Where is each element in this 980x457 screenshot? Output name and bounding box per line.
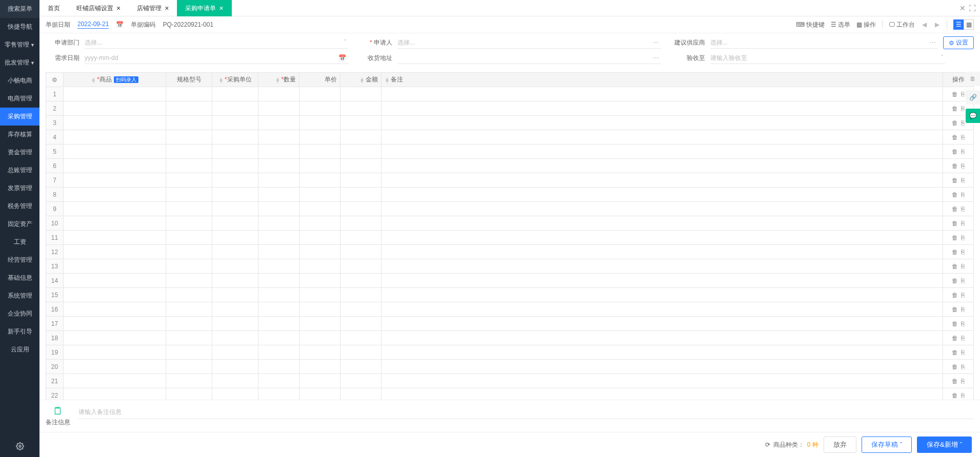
- table-row[interactable]: 3🗑⎘: [46, 116, 974, 130]
- select-button[interactable]: ☰选单: [831, 20, 850, 29]
- sidebar-item-2[interactable]: 零售管理▼: [0, 36, 39, 54]
- sidebar-settings[interactable]: [0, 437, 39, 457]
- workbench-button[interactable]: 🖵工作台: [889, 20, 915, 29]
- sidebar-item-13[interactable]: 工资: [0, 233, 39, 251]
- copy-icon[interactable]: ⎘: [961, 177, 965, 184]
- sidebar-item-12[interactable]: 固定资产: [0, 215, 39, 233]
- delete-icon[interactable]: 🗑: [952, 378, 958, 385]
- copy-icon[interactable]: ⎘: [961, 134, 965, 141]
- sidebar-item-18[interactable]: 新手引导: [0, 323, 39, 341]
- table-row[interactable]: 9🗑⎘: [46, 202, 974, 216]
- table-row[interactable]: 11🗑⎘: [46, 231, 974, 245]
- next-arrow[interactable]: ▶: [934, 21, 941, 28]
- table-row[interactable]: 13🗑⎘: [46, 259, 974, 274]
- close-icon[interactable]: ×: [219, 0, 223, 16]
- scan-tag[interactable]: 扫码录入: [114, 76, 138, 83]
- copy-icon[interactable]: ⎘: [961, 234, 965, 241]
- tab-1[interactable]: 旺铺店铺设置×: [68, 0, 129, 16]
- table-row[interactable]: 15🗑⎘: [46, 288, 974, 302]
- table-row[interactable]: 12🗑⎘: [46, 245, 974, 259]
- table-row[interactable]: 22🗑⎘: [46, 388, 974, 400]
- close-icon[interactable]: ×: [116, 0, 121, 16]
- sidebar-item-14[interactable]: 经营管理: [0, 251, 39, 269]
- amount-header[interactable]: ▲▼金额: [341, 73, 382, 87]
- view-card-button[interactable]: ▦: [964, 19, 974, 30]
- more-icon[interactable]: ⋯: [928, 39, 938, 46]
- qty-header[interactable]: ▲▼*数量: [258, 73, 299, 87]
- view-list-button[interactable]: ☰: [953, 19, 964, 30]
- expand-icon[interactable]: ⛶: [969, 4, 976, 12]
- delete-icon[interactable]: 🗑: [952, 248, 958, 256]
- action-button[interactable]: ▦操作: [856, 20, 876, 29]
- copy-icon[interactable]: ⎘: [961, 277, 965, 284]
- chevron-down-icon[interactable]: ˇ: [342, 39, 348, 46]
- copy-icon[interactable]: ⎘: [961, 191, 965, 198]
- demand-date-input[interactable]: [85, 54, 336, 61]
- copy-icon[interactable]: ⎘: [961, 119, 965, 127]
- settings-button[interactable]: ⚙设置: [943, 36, 974, 49]
- table-row[interactable]: 4🗑⎘: [46, 130, 974, 144]
- table-row[interactable]: 16🗑⎘: [46, 302, 974, 317]
- more-icon[interactable]: ⋯: [651, 39, 661, 46]
- more-icon[interactable]: ⋯: [651, 54, 661, 61]
- copy-icon[interactable]: ⎘: [961, 392, 965, 399]
- delete-icon[interactable]: 🗑: [952, 191, 958, 198]
- save-new-button[interactable]: 保存&新增 ˆ: [917, 437, 972, 453]
- copy-icon[interactable]: ⎘: [961, 263, 965, 270]
- table-row[interactable]: 14🗑⎘: [46, 274, 974, 288]
- delete-icon[interactable]: 🗑: [952, 148, 958, 155]
- delete-icon[interactable]: 🗑: [952, 349, 958, 356]
- sidebar-item-10[interactable]: 发票管理: [0, 179, 39, 197]
- abandon-button[interactable]: 放弃: [824, 437, 856, 453]
- sidebar-item-3[interactable]: 批发管理▼: [0, 54, 39, 72]
- sidebar-item-9[interactable]: 总账管理: [0, 161, 39, 179]
- delete-icon[interactable]: 🗑: [952, 292, 958, 299]
- prev-arrow[interactable]: ◀: [921, 21, 928, 28]
- table-row[interactable]: 5🗑⎘: [46, 144, 974, 159]
- copy-icon[interactable]: ⎘: [961, 306, 965, 313]
- sidebar-item-15[interactable]: 基础信息: [0, 269, 39, 287]
- table-row[interactable]: 18🗑⎘: [46, 331, 974, 345]
- delete-icon[interactable]: 🗑: [952, 91, 958, 98]
- supplier-select[interactable]: [710, 39, 928, 46]
- table-row[interactable]: 2🗑⎘: [46, 101, 974, 116]
- close-icon[interactable]: ×: [165, 0, 169, 16]
- chevron-down-icon[interactable]: ˇ: [939, 54, 945, 61]
- price-header[interactable]: 单价: [299, 73, 341, 87]
- remark-header[interactable]: ▲▼备注: [382, 73, 943, 87]
- delete-icon[interactable]: 🗑: [952, 234, 958, 241]
- delete-icon[interactable]: 🗑: [952, 335, 958, 342]
- copy-icon[interactable]: ⎘: [961, 320, 965, 327]
- delete-icon[interactable]: 🗑: [952, 263, 958, 270]
- warehouse-input[interactable]: [710, 54, 939, 61]
- spec-header[interactable]: 规格型号: [166, 73, 212, 87]
- dept-select[interactable]: [85, 39, 342, 46]
- copy-icon[interactable]: ⎘: [961, 105, 965, 112]
- sidebar-item-17[interactable]: 企业协同: [0, 305, 39, 323]
- copy-icon[interactable]: ⎘: [961, 349, 965, 356]
- sidebar-item-5[interactable]: 电商管理: [0, 90, 39, 108]
- copy-icon[interactable]: ⎘: [961, 220, 965, 227]
- sidebar-item-6[interactable]: 采购管理: [0, 108, 39, 126]
- delete-icon[interactable]: 🗑: [952, 306, 958, 313]
- product-header[interactable]: ▲▼*商品扫码录入: [64, 73, 166, 87]
- close-all-button[interactable]: ✕: [959, 4, 966, 12]
- table-row[interactable]: 20🗑⎘: [46, 360, 974, 374]
- rail-chat-button[interactable]: 💬: [966, 109, 980, 123]
- delete-icon[interactable]: 🗑: [952, 134, 958, 141]
- address-input[interactable]: [397, 54, 651, 61]
- sidebar-item-16[interactable]: 系统管理: [0, 287, 39, 305]
- rail-link-button[interactable]: 🔗: [966, 90, 980, 105]
- tab-0[interactable]: 首页: [39, 0, 68, 16]
- copy-icon[interactable]: ⎘: [961, 378, 965, 385]
- remarks-input[interactable]: [78, 405, 974, 419]
- table-row[interactable]: 6🗑⎘: [46, 159, 974, 173]
- shortcut-button[interactable]: ⌨快捷键: [796, 20, 825, 29]
- delete-icon[interactable]: 🗑: [952, 220, 958, 227]
- tab-2[interactable]: 店铺管理×: [129, 0, 177, 16]
- gear-header[interactable]: ⚙: [46, 73, 64, 87]
- table-row[interactable]: 8🗑⎘: [46, 188, 974, 202]
- sidebar-item-4[interactable]: 小畅电商: [0, 72, 39, 90]
- sidebar-item-1[interactable]: 快捷导航: [0, 18, 39, 36]
- table-row[interactable]: 7🗑⎘: [46, 173, 974, 188]
